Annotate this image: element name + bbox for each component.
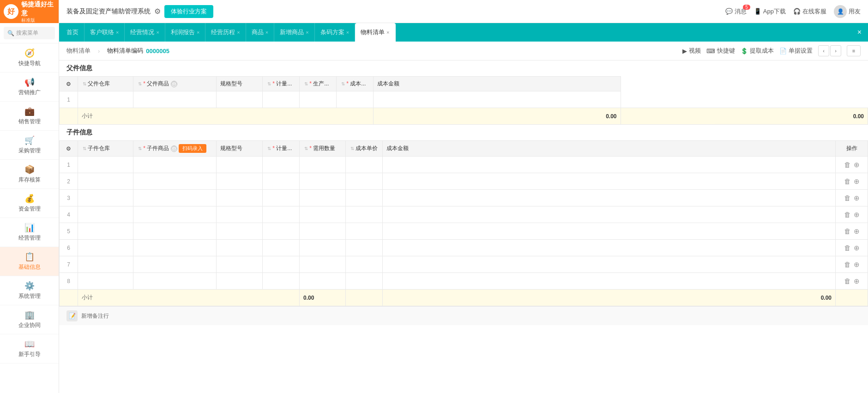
search-menu-button[interactable]: 🔍 搜索菜单 (4, 27, 55, 39)
delete-row-icon-8[interactable]: 🗑 (844, 277, 851, 285)
delete-row-icon-5[interactable]: 🗑 (844, 227, 851, 235)
child-amount-cell-7[interactable] (383, 256, 836, 273)
online-service-button[interactable]: 🎧 在线客服 (793, 7, 826, 16)
next-record-button[interactable]: › (830, 45, 841, 56)
child-spec-cell-7[interactable] (217, 256, 263, 273)
copy-row-icon-4[interactable]: ⊕ (854, 211, 860, 219)
prev-record-button[interactable]: ‹ (818, 45, 829, 56)
child-product-cell-5[interactable] (133, 223, 217, 240)
child-unit-cell-5[interactable] (263, 223, 300, 240)
child-spec-cell-3[interactable] (217, 190, 263, 206)
parent-cost-cell[interactable] (337, 91, 374, 108)
child-unitcost-cell-7[interactable] (346, 256, 383, 273)
tab-close-icon[interactable]: × (265, 30, 268, 35)
child-unitcost-cell-1[interactable] (346, 157, 383, 173)
tab-newgoods[interactable]: 新增商品 × (274, 23, 314, 42)
sidebar-item-system[interactable]: ⚙️ 系统管理 (0, 276, 59, 305)
add-remark-icon[interactable]: 📝 (66, 310, 78, 321)
child-unitcost-cell-8[interactable] (346, 273, 383, 290)
copy-row-icon-1[interactable]: ⊕ (854, 161, 860, 169)
add-remark-label[interactable]: 新增备注行 (81, 312, 109, 320)
sidebar-item-ops[interactable]: 📊 经营管理 (0, 218, 59, 247)
child-product-cell-3[interactable] (133, 190, 217, 206)
parent-product-cell[interactable] (133, 91, 217, 108)
child-amount-cell-4[interactable] (383, 206, 836, 223)
sidebar-item-purchase[interactable]: 🛒 采购管理 (0, 131, 59, 160)
copy-row-icon-8[interactable]: ⊕ (854, 277, 860, 285)
sidebar-item-finance[interactable]: 💰 资金管理 (0, 189, 59, 218)
sidebar-item-inventory[interactable]: 📦 库存核算 (0, 160, 59, 189)
child-warehouse-cell-2[interactable] (78, 173, 133, 190)
child-amount-cell-8[interactable] (383, 273, 836, 290)
shortcut-button[interactable]: ⌨ 快捷键 (706, 47, 735, 55)
child-unit-cell-6[interactable] (263, 240, 300, 256)
child-warehouse-cell-7[interactable] (78, 256, 133, 273)
child-unitcost-cell-6[interactable] (346, 240, 383, 256)
view-video-button[interactable]: ▶ 视频 (682, 47, 701, 55)
delete-row-icon-3[interactable]: 🗑 (844, 194, 851, 202)
tab-close-icon[interactable]: × (197, 30, 199, 35)
child-qty-cell-6[interactable] (300, 240, 346, 256)
tab-close-icon[interactable]: × (306, 30, 308, 35)
child-qty-cell-2[interactable] (300, 173, 346, 190)
parent-spec-cell[interactable] (217, 91, 263, 108)
child-qty-cell-1[interactable] (300, 157, 346, 173)
child-warehouse-cell-5[interactable] (78, 223, 133, 240)
child-qty-cell-5[interactable] (300, 223, 346, 240)
child-amount-cell-1[interactable] (383, 157, 836, 173)
extract-cost-button[interactable]: 💲 提取成本 (741, 47, 774, 55)
child-unit-cell-7[interactable] (263, 256, 300, 273)
child-spec-cell-5[interactable] (217, 223, 263, 240)
sidebar-item-marketing[interactable]: 📢 营销推广 (0, 73, 59, 102)
child-spec-cell-1[interactable] (217, 157, 263, 173)
sidebar-item-sales[interactable]: 💼 销售管理 (0, 102, 59, 131)
child-warehouse-cell-4[interactable] (78, 206, 133, 223)
parent-product-info-icon[interactable]: ⓘ (171, 81, 177, 87)
child-unitcost-cell-4[interactable] (346, 206, 383, 223)
child-product-cell-7[interactable] (133, 256, 217, 273)
try-button[interactable]: 体验行业方案 (164, 5, 213, 18)
child-unit-cell-1[interactable] (263, 157, 300, 173)
child-unit-cell-8[interactable] (263, 273, 300, 290)
tab-history[interactable]: 经营历程 × (205, 23, 246, 42)
list-view-button[interactable]: ≡ (847, 45, 861, 56)
copy-row-icon-5[interactable]: ⊕ (854, 227, 860, 236)
parent-amount-cell[interactable] (374, 91, 621, 108)
bill-settings-button[interactable]: 📄 单据设置 (779, 47, 813, 55)
child-amount-cell-2[interactable] (383, 173, 836, 190)
child-unit-cell-3[interactable] (263, 190, 300, 206)
child-amount-cell-5[interactable] (383, 223, 836, 240)
child-qty-cell-4[interactable] (300, 206, 346, 223)
tab-close-icon[interactable]: × (156, 30, 159, 35)
settings-col-icon[interactable]: ⚙ (66, 81, 71, 87)
child-warehouse-cell-1[interactable] (78, 157, 133, 173)
child-amount-cell-6[interactable] (383, 240, 836, 256)
breadcrumb-bom-list[interactable]: 物料清单 (66, 47, 90, 55)
parent-prod-cell[interactable] (300, 91, 337, 108)
child-spec-cell-8[interactable] (217, 273, 263, 290)
gear-settings-button[interactable]: ⚙ (154, 7, 161, 16)
child-spec-cell-4[interactable] (217, 206, 263, 223)
child-product-cell-2[interactable] (133, 173, 217, 190)
child-unitcost-cell-2[interactable] (346, 173, 383, 190)
child-spec-cell-2[interactable] (217, 173, 263, 190)
copy-row-icon-3[interactable]: ⊕ (854, 194, 860, 202)
delete-row-icon-4[interactable]: 🗑 (844, 211, 851, 218)
child-spec-cell-6[interactable] (217, 240, 263, 256)
app-download-button[interactable]: 📱 App下载 (754, 7, 786, 16)
scan-input-button[interactable]: 扫码录入 (179, 144, 206, 153)
child-qty-cell-8[interactable] (300, 273, 346, 290)
child-qty-cell-3[interactable] (300, 190, 346, 206)
close-all-tabs-button[interactable]: × (853, 28, 866, 36)
sidebar-item-corp[interactable]: 🏢 企业协同 (0, 305, 59, 334)
tab-bom[interactable]: 物料清单 × (355, 23, 395, 42)
message-button[interactable]: 💬 消息 5 (725, 7, 747, 16)
parent-warehouse-cell[interactable] (78, 91, 133, 108)
parent-unit-cell[interactable] (263, 91, 300, 108)
child-unitcost-cell-5[interactable] (346, 223, 383, 240)
tab-close-icon[interactable]: × (237, 30, 240, 35)
child-product-cell-6[interactable] (133, 240, 217, 256)
delete-row-icon-1[interactable]: 🗑 (844, 161, 851, 169)
delete-row-icon-6[interactable]: 🗑 (844, 244, 851, 252)
child-qty-cell-7[interactable] (300, 256, 346, 273)
